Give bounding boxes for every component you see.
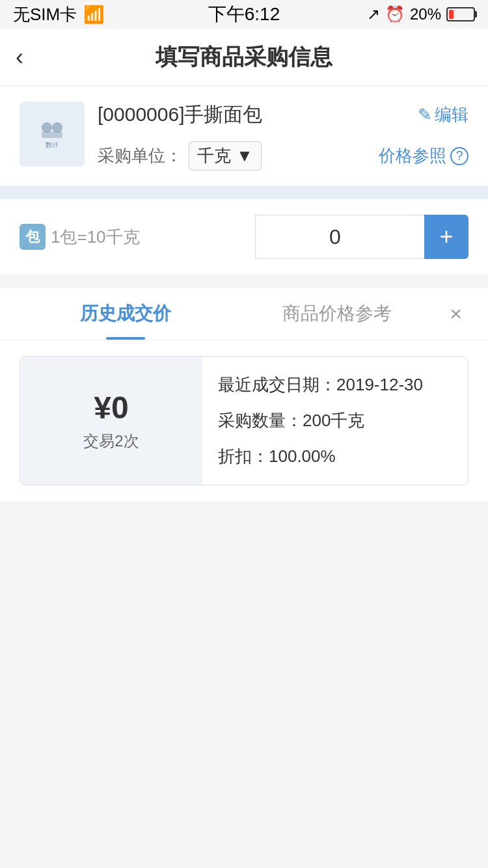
unit-value: 千克	[197, 144, 231, 167]
unit-dropdown[interactable]: 千克 ▼	[189, 141, 262, 170]
price-ref-help-icon: ?	[450, 147, 468, 165]
quantity-plus-button[interactable]: +	[424, 215, 468, 259]
product-details: [0000006]手撕面包 ✎ 编辑 采购单位： 千克 ▼ 价格参照 ?	[98, 102, 468, 170]
transaction-right: 最近成交日期：2019-12-30 采购数量：200千克 折扣：100.00%	[202, 357, 468, 485]
page-title: 填写商品采购信息	[156, 42, 332, 72]
battery-bar	[446, 7, 475, 21]
product-card: 数计 [0000006]手撕面包 ✎ 编辑 采购单位： 千克 ▼ 价格参照 ?	[0, 86, 488, 186]
edit-label: 编辑	[435, 103, 468, 126]
status-right: ↗ ⏰ 20%	[367, 5, 475, 23]
discount-label: 折扣：	[218, 446, 269, 466]
transaction-card: ¥0 交易2次 最近成交日期：2019-12-30 采购数量：200千克 折扣：…	[20, 356, 468, 485]
transaction-discount: 折扣：100.00%	[218, 444, 452, 469]
dropdown-arrow: ▼	[236, 146, 253, 166]
battery-fill	[449, 10, 454, 19]
purchase-qty-value: 200千克	[303, 411, 364, 430]
unit-section: 采购单位： 千克 ▼	[98, 141, 262, 170]
edit-icon: ✎	[418, 105, 432, 125]
purchase-unit-label: 采购单位：	[98, 144, 182, 167]
battery-percent: 20%	[410, 5, 441, 23]
svg-rect-2	[42, 131, 62, 138]
unit-conversion-text: 1包=10千克	[51, 226, 140, 249]
purchase-qty-label: 采购数量：	[218, 411, 303, 430]
svg-point-1	[52, 122, 62, 133]
transaction-recent-date: 最近成交日期：2019-12-30	[218, 372, 452, 398]
status-left: 无SIM卡 📶	[13, 3, 104, 26]
status-time: 下午6:12	[208, 2, 280, 27]
tab-history-price-label: 历史成交价	[80, 301, 171, 326]
wifi-icon: 📶	[83, 5, 104, 25]
product-header-row: [0000006]手撕面包 ✎ 编辑	[98, 102, 468, 128]
nav-bar: ‹ 填写商品采购信息	[0, 29, 488, 86]
transaction-left: ¥0 交易2次	[20, 357, 202, 485]
section-divider	[0, 186, 488, 199]
tab-close-button[interactable]: ×	[443, 295, 468, 332]
purchase-row: 采购单位： 千克 ▼ 价格参照 ?	[98, 141, 468, 170]
edit-button[interactable]: ✎ 编辑	[418, 103, 468, 126]
recent-date-label: 最近成交日期：	[218, 375, 336, 394]
transaction-count: 交易2次	[83, 431, 139, 452]
quantity-input[interactable]	[255, 215, 424, 259]
carrier-text: 无SIM卡	[13, 3, 77, 26]
transaction-price: ¥0	[94, 390, 128, 426]
back-button[interactable]: ‹	[16, 44, 23, 71]
unit-icon-badge: 包	[20, 224, 46, 250]
quantity-row: 包 1包=10千克 +	[0, 199, 488, 275]
recent-date-value: 2019-12-30	[336, 375, 423, 394]
tab-product-price-ref-label: 商品价格参考	[282, 301, 392, 326]
location-icon: ↗	[367, 5, 380, 23]
quantity-control: +	[255, 215, 468, 259]
price-reference-button[interactable]: 价格参照 ?	[379, 144, 468, 167]
transaction-purchase-qty: 采购数量：200千克	[218, 408, 452, 433]
tab-history-price[interactable]: 历史成交价	[20, 288, 232, 340]
discount-value: 100.00%	[269, 446, 336, 466]
status-bar: 无SIM卡 📶 下午6:12 ↗ ⏰ 20%	[0, 0, 488, 29]
price-ref-label: 价格参照	[379, 144, 446, 167]
tabs-header: 历史成交价 商品价格参考 ×	[0, 288, 488, 340]
product-thumbnail: 数计	[20, 102, 85, 167]
unit-info: 包 1包=10千克	[20, 224, 140, 250]
svg-point-0	[42, 122, 52, 133]
svg-text:数计: 数计	[46, 141, 59, 148]
tab-product-price-ref[interactable]: 商品价格参考	[232, 288, 444, 340]
alarm-icon: ⏰	[385, 5, 405, 23]
tabs-container: 历史成交价 商品价格参考 × ¥0 交易2次 最近成交日期：2019-12-30…	[0, 288, 488, 501]
transaction-list: ¥0 交易2次 最近成交日期：2019-12-30 采购数量：200千克 折扣：…	[0, 340, 488, 501]
product-name: [0000006]手撕面包	[98, 102, 262, 128]
